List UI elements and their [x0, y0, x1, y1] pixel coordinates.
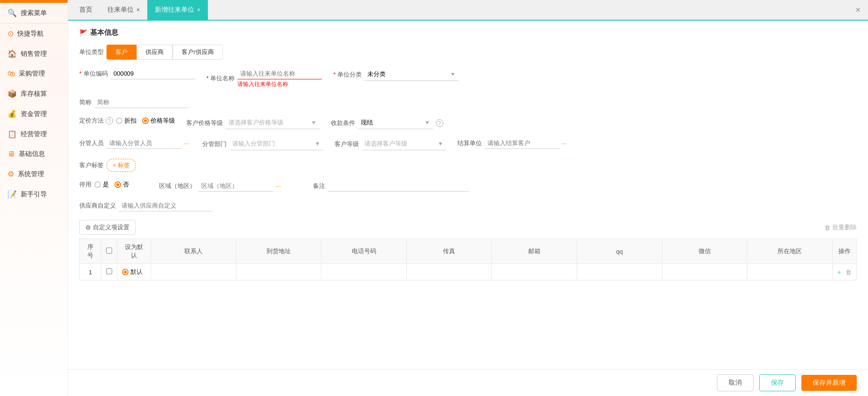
- customer-tags-row: 客户标签 + 标签: [79, 159, 857, 172]
- col-fax: 传真: [406, 239, 492, 264]
- manager-more-btn[interactable]: ···: [182, 140, 191, 147]
- remarks-label: 备注: [313, 182, 325, 190]
- unit-category-chevron: ▼: [450, 71, 456, 78]
- row-phone-input[interactable]: [326, 269, 402, 276]
- remarks-input[interactable]: [328, 180, 469, 192]
- row-wechat[interactable]: [662, 264, 747, 280]
- region-input[interactable]: [198, 180, 274, 192]
- row-email[interactable]: [492, 264, 577, 280]
- disabled-no-label: 否: [123, 180, 129, 189]
- pricing-help-icon[interactable]: ?: [106, 117, 113, 124]
- short-name-row: 简称: [79, 97, 857, 108]
- unit-btn-customer[interactable]: 客户: [107, 45, 137, 60]
- unit-code-input[interactable]: [111, 68, 195, 79]
- contact-table-section: ⚙ 自定义项设置 🗑 批量删除 序号 设为默认 联系人 到货地址 电话: [79, 220, 857, 280]
- save-button[interactable]: 保存: [759, 374, 796, 391]
- pricing-level-label: 价格等级: [151, 116, 175, 125]
- row-address[interactable]: [236, 264, 321, 280]
- sidebar-item-system[interactable]: ⚙ 系统管理: [0, 164, 68, 184]
- row-contact[interactable]: [151, 264, 236, 280]
- form-content: 🚩 基本信息 单位类型 客户 供应商 客户/供应商 * 单位编码: [68, 21, 868, 369]
- customer-level-select[interactable]: 请选择客户等级 ▼: [362, 138, 446, 150]
- batch-delete-icon: 🗑: [824, 224, 830, 231]
- search-icon: 🔍: [8, 8, 17, 17]
- row-fax-input[interactable]: [411, 269, 487, 276]
- window-close-button[interactable]: ×: [855, 5, 860, 15]
- unit-category-select[interactable]: 未分类 ▼: [365, 68, 458, 81]
- manager-label: 分管人员: [79, 139, 104, 148]
- newbie-icon: 📝: [8, 190, 17, 199]
- disabled-radio-yes[interactable]: 是: [94, 180, 109, 189]
- flag-icon: 🚩: [79, 29, 87, 37]
- disabled-radio-no[interactable]: 否: [114, 180, 129, 189]
- col-email: 邮箱: [492, 239, 577, 264]
- col-phone: 电话号码: [321, 239, 407, 264]
- row-phone[interactable]: [321, 264, 407, 280]
- customer-level-label: 客户等级: [335, 140, 359, 148]
- row-delete-btn[interactable]: 🗑: [845, 269, 852, 276]
- row-qq-input[interactable]: [582, 269, 657, 276]
- sidebar-item-basic[interactable]: 🖥 基础信息: [0, 144, 68, 164]
- unit-type-field: 单位类型 客户 供应商 客户/供应商: [79, 45, 223, 60]
- unit-name-input-wrapper: 请输入往来单位名称: [237, 68, 322, 88]
- region-more-btn[interactable]: ···: [274, 182, 283, 190]
- add-tag-button[interactable]: + 标签: [107, 159, 136, 172]
- pricing-radio-discount[interactable]: 折扣: [116, 116, 137, 125]
- row-region-input[interactable]: [752, 269, 828, 276]
- save-and-new-button[interactable]: 保存并新增: [801, 375, 857, 391]
- row-checkbox[interactable]: [101, 264, 117, 280]
- select-all-checkbox[interactable]: [106, 248, 112, 254]
- row-checkbox-input[interactable]: [106, 268, 112, 274]
- row-fax[interactable]: [406, 264, 492, 280]
- sidebar-item-sales[interactable]: 🏠 销售管理: [0, 44, 68, 64]
- settlement-unit-more-btn[interactable]: ···: [560, 140, 569, 147]
- settlement-unit-input[interactable]: [485, 138, 560, 149]
- row-qq[interactable]: [577, 264, 662, 280]
- disabled-yes-label: 是: [103, 180, 109, 189]
- row-region[interactable]: [747, 264, 833, 280]
- short-name-input[interactable]: [94, 97, 188, 108]
- payment-terms-select[interactable]: 现结 ▼: [358, 116, 433, 129]
- batch-delete-button[interactable]: 🗑 批量删除: [824, 223, 857, 232]
- tab-new-partner[interactable]: 新增往来单位 ×: [147, 0, 208, 20]
- tab-partners[interactable]: 往来单位 ×: [100, 0, 147, 20]
- sidebar-item-quicknav[interactable]: ⊙ 快捷导航: [0, 23, 68, 44]
- disabled-radio-group: 是 否: [94, 180, 129, 189]
- sidebar-item-operations[interactable]: 📋 经营管理: [0, 124, 68, 144]
- unit-btn-both[interactable]: 客户/供应商: [173, 45, 223, 60]
- cancel-button[interactable]: 取消: [717, 374, 754, 391]
- col-checkbox: [101, 239, 117, 264]
- unit-code-field: * 单位编码: [79, 68, 195, 79]
- payment-terms-help-icon[interactable]: ?: [436, 119, 443, 127]
- row-contact-input[interactable]: [156, 269, 231, 276]
- row-default-radio[interactable]: 默认: [122, 268, 146, 276]
- row-email-input[interactable]: [496, 269, 572, 276]
- tab-new-partner-label: 新增往来单位: [155, 6, 194, 14]
- unit-btn-supplier[interactable]: 供应商: [137, 45, 173, 60]
- unit-name-error: 请输入往来单位名称: [237, 80, 322, 88]
- customer-level-placeholder: 请选择客户等级: [365, 140, 407, 148]
- sidebar-item-inventory[interactable]: 📦 库存核算: [0, 84, 68, 104]
- inventory-icon: 📦: [8, 89, 17, 98]
- department-select[interactable]: 请输入分管部门 ▼: [229, 138, 323, 150]
- settlement-unit-wrapper: ···: [485, 138, 569, 149]
- tab-partners-close[interactable]: ×: [137, 7, 140, 13]
- sidebar-item-finance[interactable]: 💰 资金管理: [0, 104, 68, 124]
- tab-new-partner-close[interactable]: ×: [197, 7, 200, 13]
- row-address-input[interactable]: [241, 269, 317, 276]
- pricing-radio-level[interactable]: 价格等级: [142, 116, 175, 125]
- sidebar-item-purchase[interactable]: 🛍 采购管理: [0, 64, 68, 84]
- customer-price-level-field: 客户价格等级 请选择客户价格等级 ▼: [186, 116, 320, 129]
- row-add-btn[interactable]: +: [838, 269, 841, 276]
- custom-settings-button[interactable]: ⚙ 自定义项设置: [79, 220, 136, 235]
- manager-input[interactable]: [107, 138, 182, 149]
- unit-name-input[interactable]: [237, 68, 322, 79]
- quicknav-icon: ⊙: [8, 29, 14, 38]
- sidebar-item-search[interactable]: 🔍 搜索菜单: [0, 3, 68, 23]
- col-address: 到货地址: [236, 239, 321, 264]
- sidebar-item-newbie[interactable]: 📝 新手引导: [0, 184, 68, 204]
- customer-price-level-select[interactable]: 请选择客户价格等级 ▼: [226, 116, 320, 129]
- tab-home[interactable]: 首页: [72, 0, 100, 20]
- row-wechat-input[interactable]: [667, 269, 743, 276]
- supplier-custom-input[interactable]: [119, 200, 213, 211]
